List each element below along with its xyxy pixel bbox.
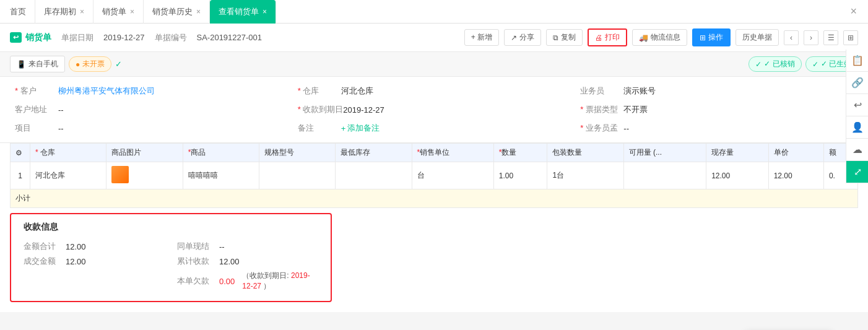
sidebar-return-btn[interactable]: ↩ xyxy=(846,94,868,116)
table-wrap[interactable]: ⚙ 仓库 商品图片 *商品 规格型号 最低库存 *销售单位 *数量 包装数量 可… xyxy=(10,143,858,208)
warehouse-col: 仓库 xyxy=(30,144,106,162)
form-header: ↩ 销货单 单据日期 2019-12-27 单据编号 SA-20191227-0… xyxy=(0,24,868,52)
transaction-row: 成交金额 12.00 xyxy=(24,254,165,269)
customer-field: 客户 柳州粤港平安气体有限公司 xyxy=(10,82,293,100)
sales-order-icon: ↩ xyxy=(10,32,22,43)
not-open-badge: ● 未开票 xyxy=(69,56,111,72)
check-icon: ✓ xyxy=(115,59,122,69)
total-amount-row: 金额合计 12.00 xyxy=(24,239,165,254)
row-pack-qty: 1台 xyxy=(547,162,623,189)
close-sales-history-tab[interactable]: × xyxy=(196,7,201,16)
close-view-sales-tab[interactable]: × xyxy=(263,7,267,16)
row-min-stock xyxy=(336,162,412,189)
row-sales-unit: 台 xyxy=(412,162,493,189)
payment-title: 收款信息 xyxy=(24,222,318,233)
tab-sales-history[interactable]: 销货单历史 × xyxy=(144,0,210,24)
row-no: 1 xyxy=(11,162,30,189)
tab-home[interactable]: 首页 xyxy=(5,0,35,24)
ticket-field: 票据类型 不开票 xyxy=(575,100,858,119)
spec-col: 规格型号 xyxy=(259,144,335,162)
operations-button[interactable]: ⊞ 操作 xyxy=(692,28,731,46)
payment-info-box: 收款信息 金额合计 12.00 成交金额 12.00 同单现结 -- 累计收款 xyxy=(10,213,332,302)
check2-icon: ✓ xyxy=(755,60,762,69)
sidebar-notes-btn[interactable]: 📋 xyxy=(846,50,868,72)
tab-bar: 首页 库存期初 × 销货单 × 销货单历史 × 查看销货单 × × xyxy=(0,0,868,24)
project-field: 项目 -- xyxy=(10,119,293,137)
logistics-button[interactable]: 🚚 物流信息 xyxy=(632,29,687,46)
toolbar-right: ✓ ✓ 已核销 ✓ ✓ 已生效 xyxy=(749,56,858,72)
view-list-button[interactable]: ☰ xyxy=(823,30,838,45)
product-col: *商品 xyxy=(183,144,259,162)
content-area: 客户 柳州粤港平安气体有限公司 仓库 河北仓库 业务员 演示账号 客户地址 --… xyxy=(0,77,868,312)
payment-grid: 金额合计 12.00 成交金额 12.00 同单现结 -- 累计收款 12.00 xyxy=(24,239,318,293)
share-icon: ↗ xyxy=(511,33,517,42)
balance-row: 本单欠款 0.00 （收款到期日: 2019-12-27 ） xyxy=(177,269,318,293)
close-inventory-init-tab[interactable]: × xyxy=(80,7,84,16)
nav-prev-button[interactable]: ‹ xyxy=(784,30,799,45)
sidebar-link-btn[interactable]: 🔗 xyxy=(846,72,868,94)
payment-right-col: 同单现结 -- 累计收款 12.00 本单欠款 0.00 （收款到期日: 201… xyxy=(177,239,318,293)
row-available xyxy=(623,162,706,189)
row-product: 嘻嘻嘻嘻 xyxy=(183,162,259,189)
print-icon: 🖨 xyxy=(595,33,602,42)
nav-next-button[interactable]: › xyxy=(804,30,818,45)
from-phone-button[interactable]: 📱 来自手机 xyxy=(10,56,65,72)
note-field: 备注 + 添加备注 xyxy=(293,119,576,137)
checked-badge[interactable]: ✓ xyxy=(115,59,122,69)
min-stock-col: 最低库存 xyxy=(336,144,412,162)
available-col: 可用量 (... xyxy=(623,144,706,162)
payment-due-field: 收款到期日 2019-12-27 xyxy=(293,100,576,119)
ops-icon: ⊞ xyxy=(700,33,706,42)
form-header-right: + 新增 ↗ 分享 ⧉ 复制 🖨 打印 🚚 物流信息 ⊞ 操作 历史单据 ‹ ›… xyxy=(464,28,858,46)
copy-button[interactable]: ⧉ 复制 xyxy=(546,29,583,46)
product-thumbnail xyxy=(111,166,129,183)
row-spec xyxy=(259,162,335,189)
effective-icon: ✓ xyxy=(812,60,818,69)
toolbar-left: 📱 来自手机 ● 未开票 ✓ xyxy=(10,56,744,72)
row-qty: 1.00 xyxy=(493,162,547,189)
form-meta: 单据日期 2019-12-27 单据编号 SA-20191227-001 xyxy=(61,32,262,43)
right-sidebar: 📋 🔗 ↩ 👤 ☁ ⤢ xyxy=(846,50,868,183)
history-button[interactable]: 历史单据 xyxy=(736,29,779,46)
copy-icon: ⧉ xyxy=(553,33,558,42)
form-title: ↩ 销货单 xyxy=(10,32,51,43)
sales-unit-col: *销售单位 xyxy=(412,144,493,162)
product-img-col: 商品图片 xyxy=(106,144,183,162)
address-field: 客户地址 -- xyxy=(10,100,293,119)
payment-left-col: 金额合计 12.00 成交金额 12.00 xyxy=(24,239,165,293)
tab-inventory-init[interactable]: 库存期初 × xyxy=(35,0,93,24)
truck-icon: 🚚 xyxy=(639,33,648,42)
tab-bar-close-btn[interactable]: × xyxy=(844,5,863,18)
staff-field: 业务员 演示账号 xyxy=(575,82,858,100)
pack-qty-col: 包装数量 xyxy=(547,144,623,162)
sidebar-expand-btn[interactable]: ⤢ xyxy=(846,161,868,183)
toolbar: 📱 来自手机 ● 未开票 ✓ ✓ ✓ 已核销 ✓ ✓ 已生效 xyxy=(0,52,868,77)
qty-col: *数量 xyxy=(493,144,547,162)
row-product-img xyxy=(106,162,183,189)
new-button[interactable]: + 新增 xyxy=(464,29,499,46)
form-header-left: ↩ 销货单 单据日期 2019-12-27 单据编号 SA-20191227-0… xyxy=(10,32,262,43)
sidebar-sync-btn[interactable]: ☁ xyxy=(846,139,868,161)
sidebar-user-btn[interactable]: 👤 xyxy=(846,116,868,139)
close-sales-order-tab[interactable]: × xyxy=(130,7,134,16)
sales-staff-field: 业务员孟 -- xyxy=(575,119,858,137)
unit-price-col: 单价 xyxy=(768,144,823,162)
checked-status: ✓ ✓ 已核销 xyxy=(749,56,801,72)
add-note-button[interactable]: + 添加备注 xyxy=(341,123,380,134)
settings-col[interactable]: ⚙ xyxy=(11,144,30,162)
table-header-row: ⚙ 仓库 商品图片 *商品 规格型号 最低库存 *销售单位 *数量 包装数量 可… xyxy=(11,144,858,162)
row-unit-price: 12.00 xyxy=(768,162,823,189)
view-grid-button[interactable]: ⊞ xyxy=(843,30,858,45)
share-button[interactable]: ↗ 分享 xyxy=(504,29,541,46)
tab-view-sales[interactable]: 查看销货单 × xyxy=(210,0,276,24)
table-row: 1 河北仓库 嘻嘻嘻嘻 台 1.00 1台 12.00 12.00 0. xyxy=(11,162,858,189)
plus-icon: + xyxy=(341,124,346,133)
circle-icon: ● xyxy=(76,60,80,69)
current-stock-col: 现存量 xyxy=(706,144,769,162)
subtotal-row: 小计 xyxy=(11,189,858,208)
print-button[interactable]: 🖨 打印 xyxy=(588,28,627,46)
tab-sales-order[interactable]: 销货单 × xyxy=(93,0,144,24)
product-table: ⚙ 仓库 商品图片 *商品 规格型号 最低库存 *销售单位 *数量 包装数量 可… xyxy=(10,143,858,208)
subtotal-label: 小计 xyxy=(11,189,858,208)
fields-grid: 客户 柳州粤港平安气体有限公司 仓库 河北仓库 业务员 演示账号 客户地址 --… xyxy=(10,77,858,142)
